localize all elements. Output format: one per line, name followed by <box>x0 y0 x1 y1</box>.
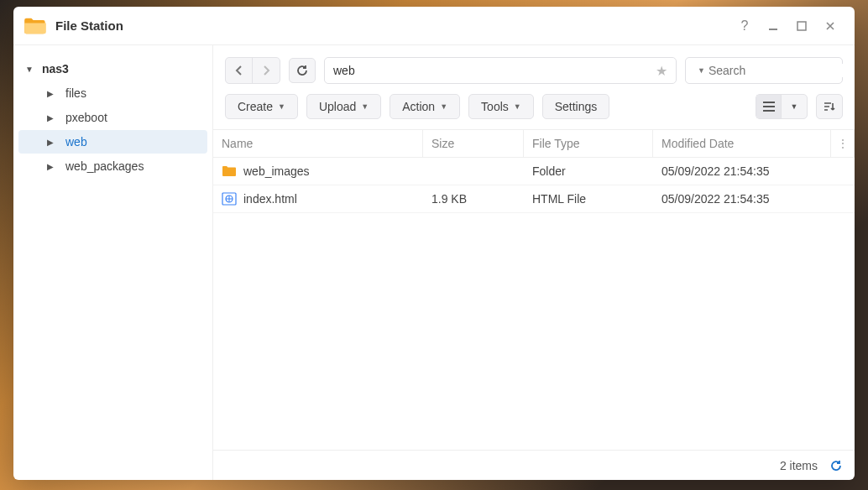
html-file-icon <box>222 192 237 206</box>
sidebar: ▼ nas3 ▶ files ▶ pxeboot ▶ web ▶ web_pac… <box>13 45 213 480</box>
create-button[interactable]: Create▼ <box>225 94 298 119</box>
search-box[interactable]: ▼ <box>685 57 843 84</box>
search-input[interactable] <box>709 64 855 77</box>
item-count: 2 items <box>780 459 818 472</box>
close-button[interactable] <box>816 12 844 40</box>
tree-root[interactable]: ▼ nas3 <box>13 57 212 81</box>
chevron-down-icon: ▼ <box>25 65 37 74</box>
file-name: index.html <box>243 192 297 206</box>
chevron-right-icon: ▶ <box>47 138 59 147</box>
forward-button[interactable] <box>253 58 280 83</box>
file-table: Name Size File Type Modified Date ⋮ web_… <box>213 129 855 450</box>
titlebar: File Station ? <box>13 7 855 45</box>
file-size: 1.9 KB <box>423 185 524 212</box>
svg-rect-0 <box>769 29 777 30</box>
tree-root-label: nas3 <box>42 62 69 76</box>
file-modified: 05/09/2022 21:54:35 <box>653 185 831 212</box>
file-name: web_images <box>243 164 310 178</box>
caret-down-icon: ▼ <box>278 102 285 111</box>
table-row[interactable]: web_images Folder 05/09/2022 21:54:35 <box>213 158 855 185</box>
view-mode-group: ▼ <box>756 94 808 119</box>
app-title: File Station <box>55 18 123 33</box>
main-panel: web ★ ▼ Create▼ Upload▼ Action▼ Tools▼ S… <box>213 45 855 480</box>
refresh-icon <box>829 459 843 472</box>
sidebar-item-pxeboot[interactable]: ▶ pxeboot <box>18 106 207 129</box>
star-icon[interactable]: ★ <box>656 63 667 79</box>
file-size <box>423 158 524 185</box>
col-name-header[interactable]: Name <box>213 130 423 157</box>
action-button[interactable]: Action▼ <box>390 94 460 119</box>
sidebar-item-label: pxeboot <box>65 111 107 124</box>
folder-icon <box>222 164 237 178</box>
minimize-button[interactable] <box>759 12 787 40</box>
app-icon <box>24 16 47 36</box>
navigation-toolbar: web ★ ▼ <box>213 45 855 91</box>
tools-button[interactable]: Tools▼ <box>468 94 534 119</box>
view-list-button[interactable] <box>756 95 782 118</box>
chevron-right-icon: ▶ <box>47 162 59 171</box>
maximize-button[interactable] <box>787 12 816 40</box>
nav-history-group <box>225 57 280 84</box>
chevron-right-icon: ▶ <box>47 113 59 122</box>
caret-down-icon: ▼ <box>440 102 447 111</box>
file-type: Folder <box>524 158 653 185</box>
sidebar-item-label: web <box>65 135 87 149</box>
columns-menu-button[interactable]: ⋮ <box>831 130 855 157</box>
sidebar-item-files[interactable]: ▶ files <box>18 81 207 105</box>
upload-button[interactable]: Upload▼ <box>306 94 381 119</box>
sort-button[interactable] <box>816 94 843 119</box>
caret-down-icon: ▼ <box>791 102 798 111</box>
view-dropdown-button[interactable]: ▼ <box>782 95 807 118</box>
status-bar: 2 items <box>213 450 855 480</box>
status-refresh-button[interactable] <box>829 459 843 472</box>
chevron-right-icon: ▶ <box>47 89 59 98</box>
sort-icon <box>823 101 836 112</box>
sidebar-item-label: files <box>65 86 86 100</box>
col-modified-header[interactable]: Modified Date <box>653 130 831 157</box>
table-row[interactable]: index.html 1.9 KB HTML File 05/09/2022 2… <box>213 185 855 213</box>
action-toolbar: Create▼ Upload▼ Action▼ Tools▼ Settings … <box>213 91 855 129</box>
col-size-header[interactable]: Size <box>423 130 524 157</box>
list-icon <box>762 102 776 112</box>
back-button[interactable] <box>226 58 253 83</box>
svg-rect-1 <box>797 22 806 30</box>
help-button[interactable]: ? <box>730 12 759 40</box>
path-text: web <box>333 64 355 77</box>
chevron-down-icon: ▼ <box>698 66 705 75</box>
refresh-button[interactable] <box>289 58 316 83</box>
path-input[interactable]: web ★ <box>324 57 677 84</box>
col-type-header[interactable]: File Type <box>524 130 653 157</box>
file-modified: 05/09/2022 21:54:35 <box>653 158 831 185</box>
sidebar-item-web-packages[interactable]: ▶ web_packages <box>18 154 207 178</box>
table-body: web_images Folder 05/09/2022 21:54:35 in… <box>213 158 855 450</box>
app-window: File Station ? ▼ nas3 ▶ files ▶ pxeboot … <box>13 7 855 480</box>
table-header: Name Size File Type Modified Date ⋮ <box>213 129 855 158</box>
sidebar-item-web[interactable]: ▶ web <box>18 130 207 154</box>
caret-down-icon: ▼ <box>361 102 369 111</box>
sidebar-item-label: web_packages <box>65 159 144 173</box>
settings-button[interactable]: Settings <box>542 94 610 119</box>
caret-down-icon: ▼ <box>514 102 521 111</box>
file-type: HTML File <box>524 185 653 212</box>
